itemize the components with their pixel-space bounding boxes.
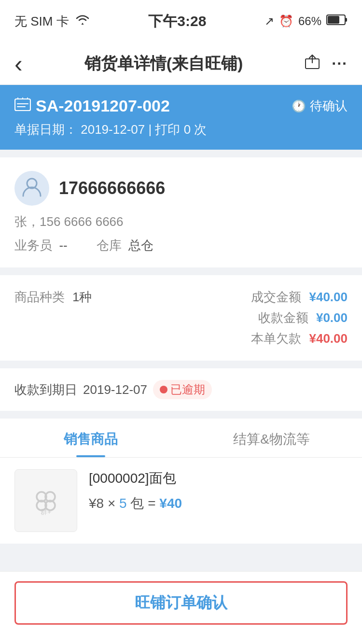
svg-text:群+: 群+ bbox=[41, 508, 51, 515]
confirm-order-button[interactable]: 旺铺订单确认 bbox=[14, 581, 348, 625]
order-status: 🕐 待确认 bbox=[292, 98, 348, 114]
product-info: [0000002]面包 ¥8 × 5 包 = ¥40 bbox=[89, 469, 348, 513]
warehouse-label: 仓库 总仓 bbox=[97, 237, 153, 254]
unit: 包 bbox=[130, 496, 144, 511]
received-value: ¥0.00 bbox=[316, 310, 348, 325]
quantity: 5 bbox=[119, 496, 127, 511]
product-price: ¥8 × 5 包 = ¥40 bbox=[89, 494, 348, 513]
owed-label: 本单欠款 bbox=[251, 330, 301, 347]
more-icon[interactable]: ··· bbox=[332, 55, 348, 72]
status-right: ↗ ⏰ 66% bbox=[265, 14, 348, 28]
product-logo-icon: 群+ bbox=[29, 486, 63, 515]
product-name: [0000002]面包 bbox=[89, 469, 348, 488]
product-thumbnail: 群+ bbox=[14, 469, 77, 532]
product-section: 群+ [0000002]面包 ¥8 × 5 包 = ¥40 bbox=[0, 458, 362, 544]
customer-card: 17666666666 张，156 6666 6666 业务员 -- 仓库 总仓 bbox=[0, 157, 362, 267]
owed-value: ¥40.00 bbox=[309, 331, 348, 346]
summary-right: 成交金额 ¥40.00 收款金额 ¥0.00 本单欠款 ¥40.00 bbox=[251, 289, 348, 347]
order-header: SA-20191207-002 🕐 待确认 单据日期： 2019-12-07 |… bbox=[0, 85, 362, 150]
received-row: 收款金额 ¥0.00 bbox=[258, 309, 348, 326]
price-unit: ¥8 bbox=[89, 496, 104, 511]
order-id-row: SA-20191207-002 🕐 待确认 bbox=[14, 97, 348, 115]
section-divider bbox=[0, 411, 362, 419]
overdue-badge: 已逾期 bbox=[153, 380, 212, 399]
svg-rect-1 bbox=[345, 18, 347, 22]
battery-text: 66% bbox=[298, 14, 321, 28]
avatar-icon bbox=[21, 176, 42, 201]
confirm-button-label: 旺铺订单确认 bbox=[135, 592, 227, 614]
svg-rect-2 bbox=[328, 16, 339, 24]
bottom-button-area: 旺铺订单确认 bbox=[0, 571, 362, 644]
type-label: 商品种类 bbox=[14, 289, 65, 306]
back-button[interactable]: ‹ bbox=[14, 50, 23, 78]
wifi-icon bbox=[75, 14, 90, 29]
status-time: 下午3:28 bbox=[148, 12, 206, 31]
due-section: 收款到期日 2019-12-07 已逾期 bbox=[0, 368, 362, 411]
svg-rect-4 bbox=[15, 99, 30, 111]
due-label: 收款到期日 bbox=[14, 381, 77, 398]
overdue-text: 已逾期 bbox=[170, 382, 205, 397]
location-icon: ↗ bbox=[265, 14, 274, 28]
total-price: ¥40 bbox=[159, 496, 182, 511]
tabs: 销售商品 结算&物流等 bbox=[0, 419, 362, 458]
received-label: 收款金额 bbox=[258, 309, 308, 326]
sales-label: 业务员 -- bbox=[14, 237, 68, 254]
alarm-icon: ⏰ bbox=[279, 14, 293, 28]
nav-actions: ··· bbox=[305, 54, 348, 73]
customer-name: 张，156 6666 6666 bbox=[14, 213, 348, 230]
overdue-dot-icon bbox=[160, 386, 167, 393]
type-value: 1种 bbox=[72, 289, 92, 306]
customer-phone: 17666666666 bbox=[59, 178, 165, 198]
tab-settlement-logistics[interactable]: 结算&物流等 bbox=[181, 419, 362, 457]
share-icon[interactable] bbox=[305, 54, 320, 73]
owed-row: 本单欠款 ¥40.00 bbox=[251, 330, 348, 347]
summary-section: 商品种类 1种 成交金额 ¥40.00 收款金额 ¥0.00 本单欠款 ¥40.… bbox=[0, 275, 362, 361]
equals-symbol: = bbox=[148, 496, 159, 511]
nav-bar: ‹ 销货单详情(来自旺铺) ··· bbox=[0, 42, 362, 85]
order-id-text: SA-20191207-002 bbox=[36, 97, 170, 115]
summary-left: 商品种类 1种 bbox=[14, 289, 92, 306]
status-clock-icon: 🕐 bbox=[292, 99, 306, 113]
sim-text: 无 SIM 卡 bbox=[14, 13, 69, 30]
customer-row: 17666666666 bbox=[14, 171, 348, 206]
status-left: 无 SIM 卡 bbox=[14, 13, 90, 30]
battery-icon bbox=[326, 14, 348, 28]
amount-value: ¥40.00 bbox=[309, 290, 348, 305]
amount-label: 成交金额 bbox=[251, 289, 301, 306]
order-icon bbox=[14, 97, 31, 115]
avatar bbox=[14, 171, 49, 206]
status-text: 待确认 bbox=[310, 98, 348, 114]
order-id: SA-20191207-002 bbox=[14, 97, 170, 115]
multiply-symbol: × bbox=[108, 496, 119, 511]
status-bar: 无 SIM 卡 下午3:28 ↗ ⏰ 66% bbox=[0, 0, 362, 42]
amount-row: 成交金额 ¥40.00 bbox=[251, 289, 348, 306]
tab-sales-products[interactable]: 销售商品 bbox=[0, 419, 181, 457]
order-date: 单据日期： 2019-12-07 | 打印 0 次 bbox=[14, 121, 348, 138]
due-date: 2019-12-07 bbox=[83, 382, 147, 397]
customer-meta: 业务员 -- 仓库 总仓 bbox=[14, 237, 348, 254]
page-title: 销货单详情(来自旺铺) bbox=[84, 53, 243, 75]
